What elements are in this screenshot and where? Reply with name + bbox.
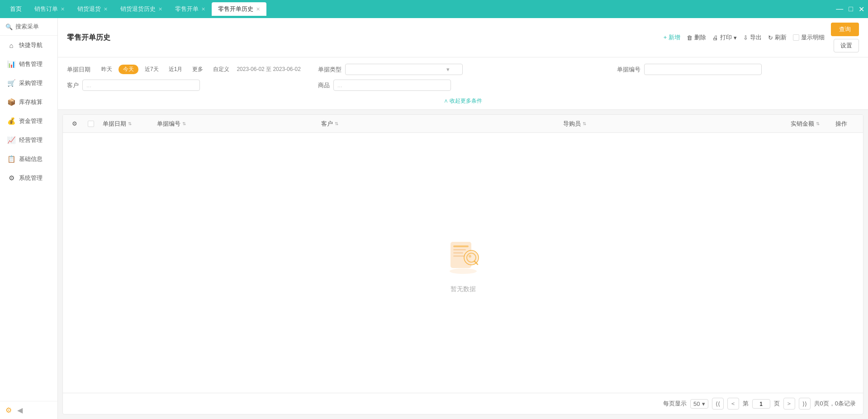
date-btn-7days[interactable]: 近7天 <box>141 65 162 74</box>
add-button[interactable]: + 新增 <box>664 33 680 42</box>
sidebar: 🔍 搜索采单 ⌂ 快捷导航 📊 销售管理 🛒 采购管理 📦 库存核算 💰 资金管… <box>0 18 58 419</box>
top-tab-bar: 首页 销售订单 ✕ 销货退货 ✕ 销货退货历史 ✕ 零售开单 ✕ 零售开单历史 … <box>0 0 868 18</box>
tab-retail-history-label: 零售开单历史 <box>218 5 253 13</box>
tab-return[interactable]: 销货退货 ✕ <box>71 2 114 16</box>
tab-retail-label: 零售开单 <box>175 5 199 13</box>
table-select-all-checkbox[interactable] <box>88 121 94 127</box>
gear-icon: ⚙ <box>7 174 15 182</box>
th-customer-sort[interactable]: ⇅ <box>335 121 338 126</box>
sidebar-finance-mgmt-label: 资金管理 <box>19 117 43 125</box>
sidebar-search-label: 搜索采单 <box>15 23 39 31</box>
th-billno: 单据编号 ⇅ <box>153 120 318 128</box>
sidebar-item-purchase-mgmt[interactable]: 🛒 采购管理 <box>0 74 57 93</box>
query-button[interactable]: 查询 <box>831 23 859 36</box>
tab-sales-order[interactable]: 销售订单 ✕ <box>28 2 71 16</box>
sidebar-purchase-mgmt-label: 采购管理 <box>19 79 43 87</box>
home-icon: ⌂ <box>7 41 15 49</box>
tab-sales-order-label: 销售订单 <box>34 5 58 13</box>
maximize-btn[interactable]: □ <box>849 5 853 14</box>
page-prev-btn[interactable]: ＜ <box>727 398 739 410</box>
filter-bill-no-section: 单据编号 <box>617 64 859 75</box>
minimize-btn[interactable]: — <box>836 5 843 14</box>
delete-icon: 🗑 <box>687 34 693 41</box>
sidebar-item-inventory[interactable]: 📦 库存核算 <box>0 93 57 112</box>
sidebar-item-biz-mgmt[interactable]: 📈 经营管理 <box>0 131 57 150</box>
delete-button[interactable]: 🗑 删除 <box>687 33 706 42</box>
filter-bill-type-select[interactable]: ▾ <box>345 64 463 75</box>
th-op-label: 操作 <box>835 120 847 128</box>
svg-point-0 <box>450 268 477 274</box>
filter-customer-input[interactable]: ... <box>82 80 200 91</box>
sidebar-item-finance-mgmt[interactable]: 💰 资金管理 <box>0 112 57 131</box>
bottom-gear-icon[interactable]: ⚙ <box>5 406 12 414</box>
date-btn-yesterday[interactable]: 昨天 <box>98 65 116 74</box>
display-detail-button[interactable]: 显示明细 <box>793 33 825 42</box>
tab-return-history[interactable]: 销货退货历史 ✕ <box>114 2 169 16</box>
page-label: 第 <box>743 400 749 408</box>
date-btn-today[interactable]: 今天 <box>119 65 138 74</box>
th-date-sort[interactable]: ⇅ <box>128 121 132 126</box>
tab-retail[interactable]: 零售开单 ✕ <box>169 2 212 16</box>
filter-product-input[interactable]: ... <box>333 80 451 91</box>
empty-state: 暂无数据 <box>63 133 863 393</box>
th-settings[interactable]: ⚙ <box>66 120 83 127</box>
filter-customer-label: 客户 <box>67 81 79 89</box>
table-header: ⚙ 单据日期 ⇅ 单据编号 ⇅ 客户 ⇅ 导购员 <box>63 115 863 133</box>
date-btn-1month[interactable]: 近1月 <box>165 65 186 74</box>
sidebar-item-quick-nav[interactable]: ⌂ 快捷导航 <box>0 36 57 55</box>
filter-bill-no-input[interactable] <box>644 64 762 75</box>
refresh-button[interactable]: ↻ 刷新 <box>768 33 787 42</box>
print-label: 打印 <box>720 33 732 42</box>
print-button[interactable]: 🖨 打印 ▾ <box>712 33 737 42</box>
filter-date-label: 单据日期 <box>67 66 94 74</box>
empty-text: 暂无数据 <box>451 285 476 293</box>
table-settings-icon[interactable]: ⚙ <box>72 120 77 127</box>
page-number-input[interactable] <box>752 399 770 409</box>
th-checkbox[interactable] <box>83 121 99 127</box>
per-page-select[interactable]: 50 ▾ <box>690 399 708 409</box>
print-dropdown-icon: ▾ <box>734 34 737 41</box>
tab-sales-order-close[interactable]: ✕ <box>61 6 65 12</box>
date-btn-custom[interactable]: 自定义 <box>209 65 233 74</box>
display-label: 显示明细 <box>801 33 825 42</box>
th-guide-label: 导购员 <box>563 120 581 128</box>
th-amount-sort[interactable]: ⇅ <box>816 121 820 126</box>
filter-bill-type-label: 单据类型 <box>318 66 342 74</box>
date-range-display: 2023-06-02 至 2023-06-02 <box>237 66 300 73</box>
page-next-btn[interactable]: ＞ <box>783 398 795 410</box>
sidebar-collapse-icon[interactable]: ◀ <box>17 406 23 414</box>
th-guide-sort[interactable]: ⇅ <box>583 121 586 126</box>
export-icon: ⇩ <box>743 34 748 41</box>
tab-home[interactable]: 首页 <box>4 2 28 16</box>
close-btn[interactable]: ✕ <box>859 5 864 14</box>
date-btn-more[interactable]: 更多 <box>189 65 207 74</box>
tab-return-history-close[interactable]: ✕ <box>158 6 162 12</box>
page-first-btn[interactable]: ⟨⟨ <box>712 398 724 410</box>
svg-point-9 <box>469 255 471 258</box>
sidebar-item-basic-info[interactable]: 📋 基础信息 <box>0 150 57 169</box>
print-icon: 🖨 <box>712 34 718 41</box>
tab-retail-history-close[interactable]: ✕ <box>256 6 260 12</box>
delete-label: 删除 <box>694 33 706 42</box>
page-suffix: 页 <box>774 400 780 408</box>
export-button[interactable]: ⇩ 导出 <box>743 33 762 42</box>
tab-retail-history[interactable]: 零售开单历史 ✕ <box>212 2 266 16</box>
sidebar-search[interactable]: 🔍 搜索采单 <box>0 18 57 36</box>
display-detail-checkbox[interactable] <box>793 34 799 41</box>
collapse-more-btn[interactable]: ∧ 收起更多条件 <box>67 95 859 105</box>
content-area: 零售开单历史 + 新增 🗑 删除 🖨 打印 ▾ ⇩ 导出 ↻ <box>58 18 868 419</box>
sidebar-item-sys-mgmt[interactable]: ⚙ 系统管理 <box>0 169 57 188</box>
tab-retail-close[interactable]: ✕ <box>201 6 205 12</box>
product-placeholder: ... <box>337 82 342 89</box>
setting-button[interactable]: 设置 <box>834 39 859 52</box>
filter-date-buttons: 昨天 今天 近7天 近1月 更多 自定义 <box>98 65 233 74</box>
page-last-btn[interactable]: ⟩⟩ <box>799 398 811 410</box>
filter-date-section: 单据日期 昨天 今天 近7天 近1月 更多 自定义 2023-06-02 至 2… <box>67 65 309 74</box>
sidebar-inventory-label: 库存核算 <box>19 98 43 106</box>
search-icon: 🔍 <box>5 24 13 30</box>
sidebar-item-sales-mgmt[interactable]: 📊 销售管理 <box>0 55 57 74</box>
refresh-icon: ↻ <box>768 34 773 41</box>
tab-return-close[interactable]: ✕ <box>104 6 108 12</box>
filter-product-section: 商品 ... <box>318 80 608 91</box>
th-billno-sort[interactable]: ⇅ <box>182 121 186 126</box>
